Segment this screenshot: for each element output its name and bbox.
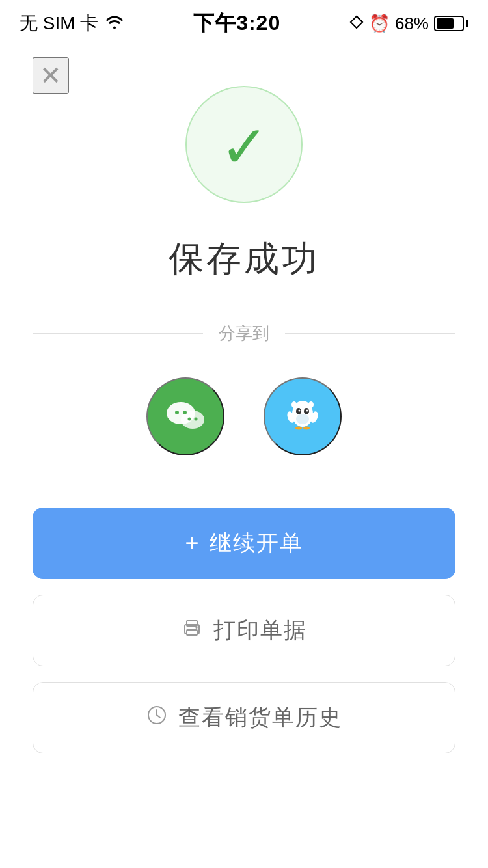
wechat-share-button[interactable] xyxy=(146,377,224,455)
continue-label: 继续开单 xyxy=(210,528,303,558)
status-left: 无 SIM 卡 xyxy=(20,11,124,36)
svg-point-17 xyxy=(291,401,297,408)
svg-point-2 xyxy=(175,411,179,414)
plus-icon: + xyxy=(185,530,198,557)
battery-icon xyxy=(434,16,468,31)
share-icons-row xyxy=(146,377,342,455)
svg-point-13 xyxy=(295,426,302,429)
svg-point-3 xyxy=(183,411,187,414)
print-button[interactable]: 打印单据 xyxy=(33,595,455,666)
qq-icon xyxy=(282,396,324,438)
checkmark-icon: ✓ xyxy=(220,118,269,176)
history-label: 查看销货单历史 xyxy=(178,703,342,733)
success-title: 保存成功 xyxy=(169,236,319,283)
battery-percent: 68% xyxy=(395,14,429,34)
success-circle: ✓ xyxy=(185,86,303,203)
continue-button[interactable]: + 继续开单 xyxy=(33,508,455,579)
svg-point-12 xyxy=(296,414,309,424)
status-time: 下午3:20 xyxy=(193,9,280,38)
divider-right xyxy=(285,333,455,334)
svg-point-18 xyxy=(308,401,314,408)
qq-share-button[interactable] xyxy=(264,377,342,455)
share-label: 分享到 xyxy=(203,322,285,345)
location-icon xyxy=(349,14,364,34)
svg-point-10 xyxy=(306,409,308,411)
svg-point-22 xyxy=(196,627,198,629)
svg-point-4 xyxy=(188,418,191,421)
alarm-icon: ⏰ xyxy=(369,14,390,34)
close-button[interactable]: ✕ xyxy=(33,57,69,94)
divider-left xyxy=(33,333,203,334)
wechat-icon xyxy=(163,394,208,439)
print-label: 打印单据 xyxy=(213,616,307,645)
share-section: 分享到 xyxy=(0,322,488,345)
status-bar: 无 SIM 卡 下午3:20 ⏰ 68% xyxy=(0,0,488,47)
svg-rect-20 xyxy=(187,630,197,635)
action-buttons: + 继续开单 打印单据 查看销货单历史 xyxy=(0,508,488,753)
svg-point-9 xyxy=(298,409,300,411)
main-content: ✓ 保存成功 分享到 xyxy=(0,47,488,753)
sim-status: 无 SIM 卡 xyxy=(20,11,98,36)
close-icon: ✕ xyxy=(40,62,62,88)
wifi-icon xyxy=(105,14,124,34)
clock-icon xyxy=(146,704,168,731)
history-button[interactable]: 查看销货单历史 xyxy=(33,682,455,753)
status-right: ⏰ 68% xyxy=(349,14,468,34)
printer-icon xyxy=(181,617,203,644)
svg-point-14 xyxy=(303,426,310,429)
svg-point-5 xyxy=(195,418,198,421)
